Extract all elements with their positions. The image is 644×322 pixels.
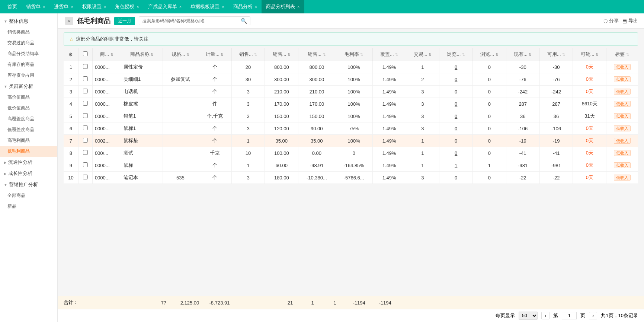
sidebar-item-low-value[interactable]: 低价值商品: [0, 103, 57, 114]
search-icon[interactable]: 🔍: [241, 18, 247, 24]
cell-views1[interactable]: 0: [439, 147, 473, 159]
cell-transactions: 1: [406, 159, 439, 172]
sidebar-section-overall[interactable]: ▼ 整体信息: [0, 16, 57, 27]
sidebar-item-new-goods[interactable]: 新品: [0, 201, 57, 212]
prev-page-button[interactable]: ‹: [541, 312, 550, 319]
row-checkbox[interactable]: [83, 175, 88, 179]
nav-sales-order-close[interactable]: ×: [43, 4, 45, 9]
nav-template-settings[interactable]: 单据模板设置 ×: [186, 0, 228, 13]
sidebar-item-high-value[interactable]: 高价值商品: [0, 92, 57, 103]
cell-checkbox[interactable]: [78, 147, 92, 159]
per-page-select[interactable]: 50 20 100: [519, 312, 538, 320]
nav-permission-close[interactable]: ×: [104, 4, 106, 9]
col-sales-profit[interactable]: 销售... ⇅: [298, 48, 335, 61]
cell-checkbox[interactable]: [78, 159, 92, 172]
tag-badge: 低收入: [614, 64, 631, 70]
col-sales-count[interactable]: 销售... ⇅: [231, 48, 265, 61]
share-button[interactable]: ⬡ 分享: [603, 17, 619, 24]
col-saleable[interactable]: 可销... ⇅: [573, 48, 606, 61]
col-gross-margin[interactable]: 毛利率 ⇅: [335, 48, 372, 61]
nav-role-auth-close[interactable]: ×: [137, 4, 139, 9]
sidebar-section-marketing[interactable]: ▼ 营销推广分析: [0, 179, 57, 190]
nav-sales-order[interactable]: 销货单 ×: [22, 0, 49, 13]
cell-checkbox[interactable]: [78, 73, 92, 86]
cell-views2: 0: [473, 73, 506, 86]
cell-views1[interactable]: 0: [439, 61, 473, 73]
nav-product-analysis-close[interactable]: ×: [255, 4, 257, 9]
cell-checkbox[interactable]: [78, 86, 92, 98]
time-filter-button[interactable]: 近一月: [114, 17, 135, 25]
cell-views1[interactable]: 0: [439, 172, 473, 184]
sidebar-section-circulation[interactable]: ▶ 流通性分析: [0, 157, 57, 168]
sidebar-item-low-margin[interactable]: 低毛利商品: [0, 146, 57, 157]
select-all-checkbox[interactable]: [83, 51, 88, 56]
sidebar-item-capital[interactable]: 库存资金占用: [0, 70, 57, 81]
nav-product-analysis[interactable]: 商品分析 ×: [229, 0, 262, 13]
row-checkbox[interactable]: [83, 64, 88, 69]
nav-product-analysis-list[interactable]: 商品分析列表 ×: [262, 0, 304, 13]
nav-permission[interactable]: 权限设置 ×: [78, 0, 110, 13]
cell-checkbox[interactable]: [78, 122, 92, 135]
sidebar-item-traded-goods[interactable]: 交易过的商品: [0, 38, 57, 48]
col-current-stock[interactable]: 现有... ⇅: [506, 48, 539, 61]
cell-views1[interactable]: 0: [439, 135, 473, 147]
row-checkbox[interactable]: [83, 125, 88, 130]
cell-views1[interactable]: 0: [439, 110, 473, 122]
row-checkbox[interactable]: [83, 89, 88, 93]
cell-views1[interactable]: 1: [439, 159, 473, 172]
col-unit[interactable]: 计量... ⇅: [198, 48, 231, 61]
col-settings[interactable]: ⚙: [64, 48, 78, 61]
col-spec[interactable]: 规格... ⇅: [163, 48, 198, 61]
cell-saleable: 0天: [573, 61, 606, 73]
nav-product-analysis-list-close[interactable]: ×: [297, 4, 299, 9]
nav-product-entry-close[interactable]: ×: [179, 4, 182, 9]
row-checkbox[interactable]: [83, 101, 88, 106]
search-input[interactable]: [142, 18, 241, 23]
nav-role-auth[interactable]: 角色授权 ×: [110, 0, 143, 13]
cell-checkbox[interactable]: [78, 98, 92, 110]
cell-views1[interactable]: 0: [439, 73, 473, 86]
cell-views1[interactable]: 0: [439, 98, 473, 110]
cell-checkbox[interactable]: [78, 135, 92, 147]
collapse-sidebar-button[interactable]: «: [65, 17, 73, 25]
sidebar-item-high-margin[interactable]: 高毛利商品: [0, 135, 57, 146]
cell-current-stock: 287: [506, 98, 539, 110]
sidebar-item-stock-goods[interactable]: 有库存的商品: [0, 59, 57, 70]
sidebar-item-sales-goods[interactable]: 销售类商品: [0, 27, 57, 38]
cell-checkbox[interactable]: [78, 172, 92, 184]
col-tag[interactable]: 标签 ⇅: [606, 48, 638, 61]
sidebar-item-category-rate[interactable]: 商品分类助销率: [0, 48, 57, 59]
row-checkbox[interactable]: [83, 150, 88, 155]
sidebar-section-cluster[interactable]: ▼ 类群富分析: [0, 81, 57, 92]
col-name[interactable]: 商品名称 ⇅: [121, 48, 163, 61]
col-checkbox[interactable]: [78, 48, 92, 61]
sidebar-item-all-goods[interactable]: 全部商品: [0, 190, 57, 201]
page-number-input[interactable]: [562, 312, 577, 319]
cell-checkbox[interactable]: [78, 110, 92, 122]
cell-views1[interactable]: 0: [439, 86, 473, 98]
col-views1[interactable]: 浏览... ⇅: [439, 48, 473, 61]
row-checkbox[interactable]: [83, 113, 88, 118]
nav-product-entry[interactable]: 产成品入库单 ×: [144, 0, 186, 13]
row-checkbox[interactable]: [83, 76, 88, 81]
export-button[interactable]: ⬒ 导出: [622, 17, 638, 24]
sidebar-item-high-coverage[interactable]: 高覆盖度商品: [0, 114, 57, 124]
col-code[interactable]: 商... ⇅: [92, 48, 121, 61]
cell-views1[interactable]: 0: [439, 122, 473, 135]
alert-text: 这部分商品的利润非常低，请关注: [76, 36, 148, 42]
nav-purchase-order-close[interactable]: ×: [71, 4, 73, 9]
col-sales-price[interactable]: 销售... ⇅: [265, 48, 298, 61]
col-transactions[interactable]: 交易... ⇅: [406, 48, 439, 61]
next-page-button[interactable]: ›: [589, 312, 597, 319]
nav-template-settings-close[interactable]: ×: [222, 4, 224, 9]
nav-home[interactable]: 首页: [3, 0, 22, 13]
col-views2[interactable]: 浏览... ⇅: [473, 48, 506, 61]
cell-checkbox[interactable]: [78, 61, 92, 73]
sidebar-section-growth[interactable]: ▶ 成长性分析: [0, 168, 57, 179]
nav-purchase-order[interactable]: 进货单 ×: [49, 0, 77, 13]
row-checkbox[interactable]: [83, 138, 88, 143]
row-checkbox[interactable]: [83, 162, 88, 167]
col-coverage[interactable]: 覆盖... ⇅: [372, 48, 406, 61]
sidebar-item-low-coverage[interactable]: 低覆盖度商品: [0, 124, 57, 135]
col-available[interactable]: 可用... ⇅: [539, 48, 573, 61]
